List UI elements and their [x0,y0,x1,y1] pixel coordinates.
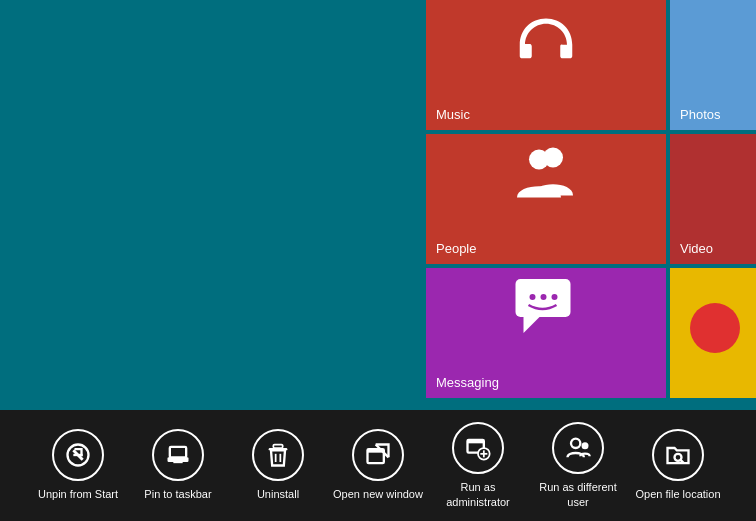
toolbar-unpin[interactable]: Unpin from Start [28,416,128,516]
open-new-window-circle [352,429,404,481]
toolbar-open-new-window[interactable]: Open new window [328,416,428,516]
svg-point-6 [552,294,558,300]
pin-taskbar-circle [152,429,204,481]
toolbar-uninstall[interactable]: Uninstall [228,416,328,516]
tile-music[interactable]: Music [426,0,666,130]
toolbar-pin-taskbar[interactable]: Pin to taskbar [128,416,228,516]
tile-messaging-label: Messaging [436,375,656,390]
svg-point-26 [571,439,580,448]
tile-messaging[interactable]: Messaging [426,268,666,398]
toolbar-open-file-location[interactable]: Open file location [628,416,728,516]
open-new-window-icon [364,441,392,469]
tile-music-label: Music [436,107,656,122]
run-admin-circle [452,422,504,474]
toolbar-pin-taskbar-label: Pin to taskbar [144,487,211,501]
svg-point-27 [582,442,589,449]
toolbar-run-diff-user-label: Run as different user [528,480,628,509]
toolbar-open-new-window-label: Open new window [333,487,423,501]
toolbar-run-admin[interactable]: Run as administrator [428,416,528,516]
svg-point-4 [530,294,536,300]
toolbar-run-diff-user[interactable]: Run as different user [528,416,628,516]
svg-marker-3 [524,317,540,333]
tiles-grid: Music Photos People Video [426,0,756,410]
toolbar-open-file-location-label: Open file location [636,487,721,501]
tile-photos[interactable]: Photos [670,0,756,130]
run-diff-user-circle [552,422,604,474]
toolbar: Unpin from Start Pin to taskbar Uninstal… [0,410,756,521]
open-file-location-icon [664,441,692,469]
tile-people[interactable]: People [426,134,666,264]
tile-video-label: Video [680,241,750,256]
svg-rect-11 [170,447,186,458]
run-admin-icon [464,434,492,462]
tile-photos-label: Photos [680,107,750,122]
pin-taskbar-icon [164,441,192,469]
unpin-circle [52,429,104,481]
run-diff-user-icon [564,434,592,462]
uninstall-icon [264,441,292,469]
tile-extra-circle [690,303,740,353]
svg-rect-14 [273,445,282,449]
toolbar-unpin-label: Unpin from Start [38,487,118,501]
main-area: Music Photos People Video [0,0,756,410]
svg-rect-22 [468,440,484,444]
toolbar-run-admin-label: Run as administrator [428,480,528,509]
tile-video[interactable]: Video [670,134,756,264]
uninstall-circle [252,429,304,481]
svg-point-5 [541,294,547,300]
svg-point-1 [529,150,549,170]
unpin-icon [64,441,92,469]
open-file-location-circle [652,429,704,481]
toolbar-uninstall-label: Uninstall [257,487,299,501]
tile-extra[interactable] [670,268,756,398]
tile-people-label: People [436,241,656,256]
